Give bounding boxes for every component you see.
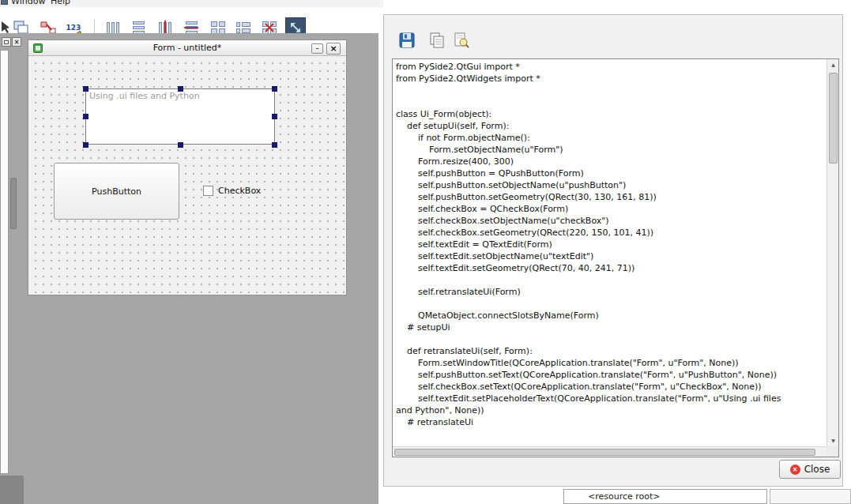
find-button[interactable] bbox=[450, 29, 473, 51]
vertical-scroll-handle[interactable] bbox=[829, 73, 838, 164]
menu-window[interactable]: Window bbox=[11, 0, 45, 6]
code-preview-dialog: from PySide2.QtGui import * from PySide2… bbox=[383, 14, 843, 487]
save-button[interactable] bbox=[396, 29, 418, 51]
close-icon: × bbox=[14, 39, 20, 46]
code-view[interactable]: from PySide2.QtGui import * from PySide2… bbox=[392, 58, 839, 457]
form-title: Form - untitled* bbox=[28, 43, 346, 53]
selection-handle-mid-left[interactable] bbox=[83, 114, 88, 119]
scrollbar-corner bbox=[827, 446, 838, 457]
selection-handle-mid-right[interactable] bbox=[272, 114, 277, 119]
scroll-up-icon[interactable]: ▲ bbox=[827, 59, 839, 70]
close-label: Close bbox=[804, 464, 830, 475]
selection-handle-bottom-right[interactable] bbox=[272, 142, 277, 148]
widgetbox-panel-edge bbox=[0, 50, 9, 474]
grid-icon bbox=[211, 21, 225, 34]
close-dialog-button[interactable]: × Close bbox=[779, 460, 841, 479]
copy-button[interactable] bbox=[426, 29, 448, 51]
save-icon bbox=[398, 32, 416, 49]
resource-root-row[interactable]: <resource root> bbox=[563, 489, 767, 504]
code-text: from PySide2.QtGui import * from PySide2… bbox=[396, 61, 825, 446]
copy-icon bbox=[428, 32, 446, 49]
screen: Window Help 123 bbox=[0, 0, 851, 504]
splitter-line-icon bbox=[184, 27, 198, 28]
minimize-button[interactable]: - bbox=[311, 43, 323, 54]
form-window: Form - untitled* - × Using .ui files and… bbox=[28, 39, 347, 295]
dock-float-button[interactable] bbox=[2, 37, 11, 47]
selection-handle-top-center[interactable] bbox=[178, 86, 183, 92]
resource-root-label: <resource root> bbox=[588, 491, 661, 502]
selection-handle-top-left[interactable] bbox=[83, 86, 88, 92]
horizontal-scroll-handle[interactable] bbox=[394, 449, 815, 456]
pushbutton-widget[interactable]: PushButton bbox=[54, 163, 179, 220]
dock-close-button[interactable]: × bbox=[12, 37, 21, 47]
form-layout-icon bbox=[236, 22, 250, 33]
selection-handle-top-right[interactable] bbox=[272, 86, 277, 92]
resource-panel-fragment bbox=[770, 489, 851, 504]
window-menu-icon[interactable] bbox=[1, 0, 8, 5]
float-icon bbox=[4, 40, 9, 44]
selection-handle-bottom-center[interactable] bbox=[178, 142, 183, 148]
menu-help[interactable]: Help bbox=[51, 0, 70, 6]
form-titlebar[interactable]: Form - untitled* - × bbox=[28, 40, 346, 56]
vertical-scrollbar[interactable]: ▲ ▼ bbox=[827, 59, 838, 446]
menubar: Window Help bbox=[0, 0, 383, 7]
checkbox-label[interactable]: CheckBox bbox=[218, 186, 261, 196]
dock-scrollbar-handle[interactable] bbox=[10, 178, 17, 229]
horizontal-scrollbar[interactable] bbox=[393, 446, 827, 457]
checkbox-indicator[interactable] bbox=[203, 186, 213, 196]
scroll-down-icon[interactable]: ▼ bbox=[827, 435, 839, 446]
close-x-glyph: × bbox=[793, 466, 798, 473]
form-canvas[interactable]: Using .ui files and Python PushButton Ch… bbox=[28, 56, 346, 295]
main-toolbar: 123 bbox=[0, 7, 383, 33]
textedit-widget[interactable]: Using .ui files and Python bbox=[85, 88, 275, 145]
close-button[interactable]: × bbox=[326, 43, 341, 55]
dock-corner bbox=[0, 476, 24, 504]
close-circle-icon: × bbox=[790, 465, 800, 475]
selection-handle-bottom-left[interactable] bbox=[83, 142, 88, 148]
find-icon bbox=[453, 32, 470, 49]
textedit-placeholder: Using .ui files and Python bbox=[89, 91, 200, 101]
